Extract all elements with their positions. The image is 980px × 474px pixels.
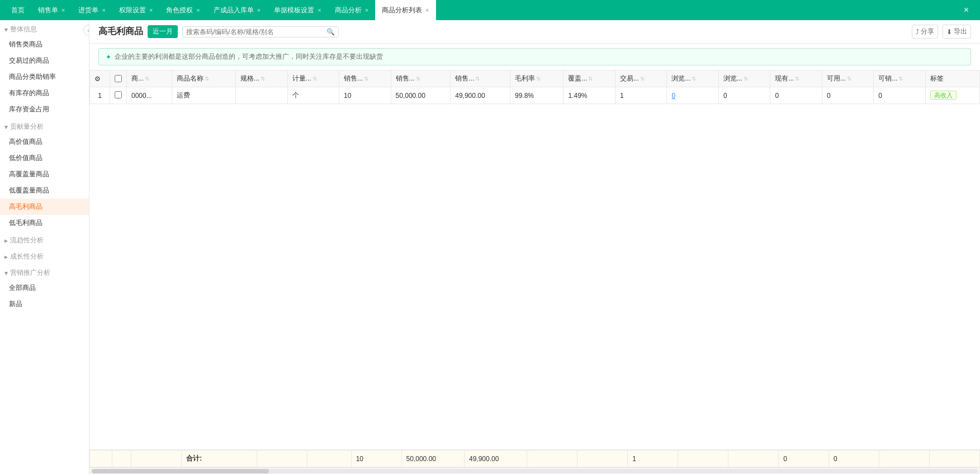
search-icon[interactable]: 🔍	[326, 28, 335, 36]
col-header-available[interactable]: 可用... ⇅	[822, 71, 873, 87]
col-header-code[interactable]: 商... ⇅	[127, 71, 172, 87]
col-header-current-stock[interactable]: 现有... ⇅	[770, 71, 822, 87]
nav-product-inbound-close[interactable]: ×	[257, 0, 261, 20]
cell-sales-amt: 50,000.00	[391, 87, 451, 104]
col-header-unit[interactable]: 计量... ⇅	[287, 71, 339, 87]
sort-icon-current-stock: ⇅	[795, 76, 799, 82]
export-icon: ⬇	[946, 28, 952, 36]
table-row: 1 0000... 运费 个 10 50,000.00 49,900.00 99…	[90, 87, 980, 104]
nav-role-close[interactable]: ×	[196, 0, 200, 20]
share-icon: ⤴	[916, 28, 919, 36]
nav-analysis-list-close[interactable]: ×	[425, 0, 429, 20]
sidebar-group-contribution[interactable]: ▾ 贡献量分析	[0, 118, 89, 134]
nav-analysis[interactable]: 商品分析 ×	[328, 0, 375, 20]
window-close-button[interactable]: ×	[957, 5, 976, 15]
col-header-sales-qty[interactable]: 销售... ⇅	[339, 71, 391, 87]
footer-sales-qty: 10	[351, 450, 401, 467]
nav-home[interactable]: 首页	[4, 0, 31, 20]
search-input[interactable]	[186, 28, 326, 36]
header-actions: ⤴ 分享 ⬇ 导出	[912, 25, 971, 39]
col-header-cover-rate[interactable]: 覆盖... ⇅	[564, 71, 615, 87]
col-header-trade[interactable]: 交易... ⇅	[615, 71, 666, 87]
footer-table: 合计: 10 50,000.00 49,900.00 1 0 0	[89, 450, 980, 467]
nav-purchase[interactable]: 进货单 ×	[72, 0, 112, 20]
select-all-checkbox[interactable]	[115, 75, 122, 82]
sidebar-group-overall[interactable]: ▾ 整体信息	[0, 20, 89, 36]
col-header-sellable[interactable]: 可销... ⇅	[874, 71, 925, 87]
footer-sales-amt: 50,000.00	[401, 450, 464, 467]
col-header-sales-amt[interactable]: 销售... ⇅	[391, 71, 451, 87]
time-filter-recent-month[interactable]: 近一月	[148, 25, 178, 38]
col-header-spec[interactable]: 规格... ⇅	[236, 71, 287, 87]
cell-sellable: 0	[874, 87, 925, 104]
sidebar-item-stocked-goods[interactable]: 有库存的商品	[0, 85, 89, 101]
row-checkbox[interactable]	[115, 91, 122, 98]
footer-row: 合计: 10 50,000.00 49,900.00 1 0 0	[89, 449, 980, 467]
cell-browse1[interactable]: 0	[667, 87, 718, 104]
sidebar-item-all-goods[interactable]: 全部商品	[0, 280, 89, 296]
sidebar-item-high-coverage[interactable]: 高覆盖量商品	[0, 166, 89, 182]
footer-sales-cost: 49,900.00	[465, 450, 527, 467]
cell-sales-cost: 49,900.00	[451, 87, 510, 104]
sidebar-item-high-margin[interactable]: 高毛利商品	[0, 199, 89, 215]
scroll-thumb	[92, 469, 269, 473]
chevron-down-icon: ▾	[4, 26, 8, 34]
footer-trade: 1	[628, 450, 678, 467]
sidebar-item-stock-capital[interactable]: 库存资金占用	[0, 101, 89, 118]
share-button[interactable]: ⤴ 分享	[912, 25, 938, 39]
col-header-sales-cost[interactable]: 销售... ⇅	[451, 71, 510, 87]
sidebar-item-traded-goods[interactable]: 交易过的商品	[0, 53, 89, 69]
nav-permission-close[interactable]: ×	[149, 0, 153, 20]
col-header-browse2[interactable]: 浏览... ⇅	[718, 71, 770, 87]
sidebar-group-trend[interactable]: ▸ 流趋性分析	[0, 231, 89, 247]
export-button[interactable]: ⬇ 导出	[943, 25, 971, 39]
sidebar-item-category-rate[interactable]: 商品分类助销率	[0, 69, 89, 85]
cell-check[interactable]	[110, 87, 127, 104]
sort-icon-cover-rate: ⇅	[588, 76, 593, 82]
nav-analysis-list[interactable]: 商品分析列表 ×	[375, 0, 435, 20]
tag-badge: 高收入	[930, 91, 957, 100]
cell-sales-qty: 10	[339, 87, 391, 104]
nav-permission[interactable]: 权限设置 ×	[112, 0, 159, 20]
footer-label: 合计:	[186, 454, 202, 462]
footer-table-row: 合计: 10 50,000.00 49,900.00 1 0 0	[90, 450, 980, 467]
col-header-tag[interactable]: 标签	[925, 71, 979, 87]
col-header-browse1[interactable]: 浏览... ⇅	[667, 71, 718, 87]
cell-available: 0	[822, 87, 873, 104]
cell-tag: 高收入	[925, 87, 979, 104]
sort-icon-trade: ⇅	[640, 76, 645, 82]
sidebar-item-low-coverage[interactable]: 低覆盖量商品	[0, 182, 89, 199]
nav-role[interactable]: 角色授权 ×	[159, 0, 206, 20]
sort-icon-code: ⇅	[145, 76, 149, 82]
cell-unit: 个	[287, 87, 339, 104]
chevron-right-icon-2: ▸	[4, 253, 8, 261]
nav-sales-close[interactable]: ×	[61, 0, 65, 20]
nav-analysis-close[interactable]: ×	[365, 0, 368, 20]
sort-icon-sales-qty: ⇅	[364, 76, 368, 82]
nav-purchase-close[interactable]: ×	[102, 0, 105, 20]
col-header-settings[interactable]: ⚙	[90, 71, 110, 87]
nav-template[interactable]: 单据模板设置 ×	[267, 0, 328, 20]
scroll-track	[92, 469, 978, 473]
col-header-name[interactable]: 商品名称 ⇅	[172, 71, 236, 87]
col-header-gross-rate[interactable]: 毛利率 ⇅	[510, 71, 564, 87]
sidebar-item-sales-goods[interactable]: 销售类商品	[0, 36, 89, 53]
sidebar-group-growth[interactable]: ▸ 成长性分析	[0, 247, 89, 264]
sidebar-item-new-goods[interactable]: 新品	[0, 296, 89, 312]
data-table: ⚙ 商... ⇅ 商品名称	[89, 70, 980, 104]
sidebar-item-low-margin[interactable]: 低毛利商品	[0, 215, 89, 231]
nav-product-inbound[interactable]: 产成品入库单 ×	[207, 0, 267, 20]
browse1-link[interactable]: 0	[671, 92, 675, 100]
sidebar-group-marketing[interactable]: ▾ 营销推广分析	[0, 264, 89, 280]
footer-current-stock: 0	[779, 450, 829, 467]
bottom-scrollbar[interactable]	[89, 467, 980, 474]
sidebar-item-low-value[interactable]: 低价值商品	[0, 150, 89, 166]
lightbulb-icon: ✦	[106, 53, 111, 61]
col-header-check[interactable]	[110, 71, 127, 87]
footer-available: 0	[829, 450, 879, 467]
page-title: 高毛利商品	[98, 26, 143, 37]
nav-template-close[interactable]: ×	[318, 0, 321, 20]
sort-icon-sellable: ⇅	[898, 76, 903, 82]
sidebar-item-high-value[interactable]: 高价值商品	[0, 134, 89, 150]
nav-sales[interactable]: 销售单 ×	[31, 0, 72, 20]
